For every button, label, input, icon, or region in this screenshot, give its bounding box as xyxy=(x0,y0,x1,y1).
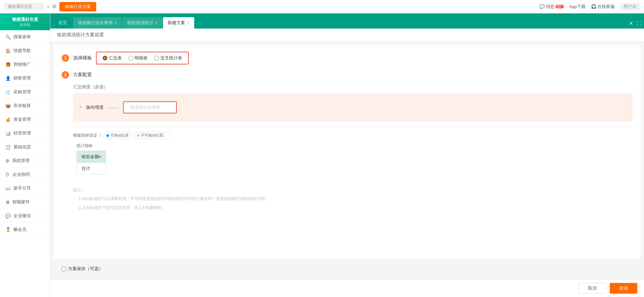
brand-label: 畅捷通好生意 xyxy=(4,3,44,10)
tab2-close-icon[interactable]: × xyxy=(155,20,158,25)
radio-detail-input[interactable] xyxy=(128,56,133,60)
tab-receipts-label: 收款情况统计 xyxy=(127,20,153,26)
sidebar-item-purchase[interactable]: 🛒 采购管理 xyxy=(0,85,50,99)
message-label: 消息 xyxy=(546,4,554,10)
basic-icon: 📋 xyxy=(5,145,11,150)
draggable-badge: 可拖动位置 xyxy=(103,132,132,139)
content-area: 首页 现金银行流水查询 × 收款情况统计 × 新建方案 × ✕ ⛶ xyxy=(50,13,644,297)
dim-selector[interactable]: 请选择分组维度 xyxy=(123,101,177,113)
user-area[interactable]: 用户名 xyxy=(620,3,640,10)
radio-summary-label: 汇总表 xyxy=(109,55,122,61)
online-service[interactable]: 🎧 在线客服 xyxy=(591,4,615,10)
tab-cash-bank-label: 现金银行流水查询 xyxy=(78,20,113,26)
save-label: 方案保存（可选） xyxy=(68,266,103,272)
step2-num: 2 xyxy=(62,71,69,79)
page-header: 收款情况统计方案设置 xyxy=(50,29,644,42)
sidebar-item-marketing[interactable]: 🎁 营销推广 xyxy=(0,58,50,71)
app-download[interactable]: App下载 xyxy=(569,4,586,10)
stats-table-wrapper: 统计指标 收款金额 ▾ 合计 xyxy=(76,143,633,176)
radio-summary-input[interactable] xyxy=(103,56,107,60)
radio-summary[interactable]: 汇总表 xyxy=(103,55,122,61)
tab1-close-icon[interactable]: × xyxy=(115,20,117,25)
save-checkbox-row: 方案保存（可选） xyxy=(54,262,641,276)
sidebar-item-wechat[interactable]: 💬 企业微信 xyxy=(0,209,50,223)
wechat-icon: 💬 xyxy=(5,213,11,218)
sidebar-item-label: 搜索菜单 xyxy=(13,34,31,40)
message-badge: 99+ xyxy=(555,5,564,8)
tab-home-label: 首页 xyxy=(58,20,67,25)
tab-new-plan[interactable]: 新建方案 × xyxy=(163,17,194,29)
tab-bar-controls: ✕ ⛶ xyxy=(629,20,641,29)
draggable-dot xyxy=(106,134,109,137)
cancel-button[interactable]: 取消 xyxy=(578,283,606,294)
step1-row: 1 选择模板 汇总表 明细表 交 xyxy=(62,52,633,64)
radio-cross-input[interactable] xyxy=(154,56,159,60)
topbar-left: 畅捷通好生意 ▾ ⚙ 体验行业方案 xyxy=(4,2,96,11)
sidebar-item-system[interactable]: ⚙ 系统管理 xyxy=(0,154,50,168)
search-icon: 🔍 xyxy=(5,35,11,40)
sidebar-item-label: 企业微信 xyxy=(13,213,31,219)
sidebar-item-operation[interactable]: 📊 经营管理 xyxy=(0,127,50,140)
window-close-icon[interactable]: ✕ xyxy=(629,20,633,27)
page-title: 收款情况统计方案设置 xyxy=(57,32,104,37)
stats-header-row[interactable]: 收款金额 ▾ xyxy=(77,151,106,163)
tip2: 2.点击标题栏下拉可设置排序、插入列和删除列 xyxy=(78,205,162,210)
tip1: 1.拖动标题栏可以调整布局，不可跨维度或指标区域拖动栏目字段(只能在同一维度或指… xyxy=(78,196,266,201)
stats-header-label: 收款金额 xyxy=(82,154,99,160)
message-area[interactable]: 💬 消息 99+ xyxy=(539,4,564,10)
sidebar-item-hardware[interactable]: 🖥 智能硬件 xyxy=(0,195,50,209)
sidebar-item-sales[interactable]: 👤 销售管理 xyxy=(0,71,50,85)
sidebar-item-member[interactable]: 🏅 畅会员 xyxy=(0,223,50,237)
sales-icon: 👤 xyxy=(5,76,11,81)
sidebar-item-finance[interactable]: 💰 资金管理 xyxy=(0,113,50,127)
sidebar-item-basic[interactable]: 📋 基础信息 xyxy=(0,140,50,154)
sidebar-item-guide[interactable]: 📖 新手引导 xyxy=(0,182,50,195)
sidebar-item-enterprise[interactable]: 🗒 企业协同 xyxy=(0,168,50,182)
sidebar: 畅捷通好生意 标准版 🔍 搜索菜单 🏠 快捷导航 🎁 营销推广 👤 销售管理 🛒… xyxy=(0,13,50,297)
service-icon: 🎧 xyxy=(591,4,596,9)
message-icon: 💬 xyxy=(539,4,545,9)
finance-icon: 💰 xyxy=(5,117,11,122)
sidebar-item-label: 基础信息 xyxy=(13,144,31,150)
sidebar-item-label: 库存核算 xyxy=(13,103,31,109)
sidebar-item-label: 资金管理 xyxy=(13,116,31,122)
purchase-icon: 🛒 xyxy=(5,90,11,95)
save-checkbox[interactable] xyxy=(62,267,66,271)
sidebar-item-search[interactable]: 🔍 搜索菜单 xyxy=(0,30,50,44)
stats-table: 收款金额 ▾ 合计 xyxy=(76,151,106,175)
radio-detail[interactable]: 明细表 xyxy=(128,55,148,61)
sidebar-item-inventory[interactable]: 📦 库存核算 xyxy=(0,99,50,113)
hardware-icon: 🖥 xyxy=(5,200,10,205)
chevron-down-icon[interactable]: ▾ xyxy=(99,154,101,159)
query-button[interactable]: 查询 xyxy=(610,283,637,294)
tab-cash-bank[interactable]: 现金银行流水查询 × xyxy=(73,17,122,29)
tab-receipts[interactable]: 收款情况统计 × xyxy=(122,17,162,29)
step2-label: 方案配置 xyxy=(73,72,92,78)
sidebar-item-label: 系统管理 xyxy=(12,158,30,164)
step2-row: 2 方案配置 汇总维度（必选） * 纵向维度 —— 请选择分组维度 xyxy=(62,71,633,212)
vertical-dim-label: 纵向维度 xyxy=(86,104,104,110)
system-icon: ⚙ xyxy=(5,158,9,163)
sidebar-item-label: 采购管理 xyxy=(13,89,31,95)
sidebar-item-label: 智能硬件 xyxy=(12,199,30,205)
radio-cross[interactable]: 交叉统计表 xyxy=(154,55,182,61)
member-icon: 🏅 xyxy=(5,227,11,232)
step2-header: 2 方案配置 xyxy=(62,71,633,79)
page-scroll-area: 收款情况统计方案设置 1 选择模板 汇总表 xyxy=(50,29,644,279)
step2-content: 汇总维度（必选） * 纵向维度 —— 请选择分组维度 xyxy=(73,84,633,212)
main-layout: 畅捷通好生意 标准版 🔍 搜索菜单 🏠 快捷导航 🎁 营销推广 👤 销售管理 🛒… xyxy=(0,13,644,297)
sidebar-item-quicknav[interactable]: 🏠 快捷导航 xyxy=(0,44,50,58)
metrics-header-row: 模板指标设定（ 可拖动位置 不可拖动位置） xyxy=(73,132,633,139)
template-radio-group: 汇总表 明细表 交叉统计表 xyxy=(96,52,189,64)
gear-icon[interactable]: ⚙ xyxy=(52,3,57,10)
trial-button[interactable]: 体验行业方案 xyxy=(59,2,96,11)
dimension-row: * 纵向维度 —— 请选择分组维度 xyxy=(80,101,626,113)
tab3-close-icon[interactable]: × xyxy=(187,20,190,25)
metrics-section-label: 模板指标设定（ xyxy=(73,133,101,138)
window-expand-icon[interactable]: ⛶ xyxy=(637,21,641,26)
sidebar-item-label: 企业协同 xyxy=(12,171,30,178)
dropdown-icon[interactable]: ▾ xyxy=(47,4,49,9)
tab-home[interactable]: 首页 xyxy=(53,17,72,29)
logo-sub: 标准版 xyxy=(20,22,30,27)
sidebar-item-label: 快捷导航 xyxy=(13,48,31,54)
